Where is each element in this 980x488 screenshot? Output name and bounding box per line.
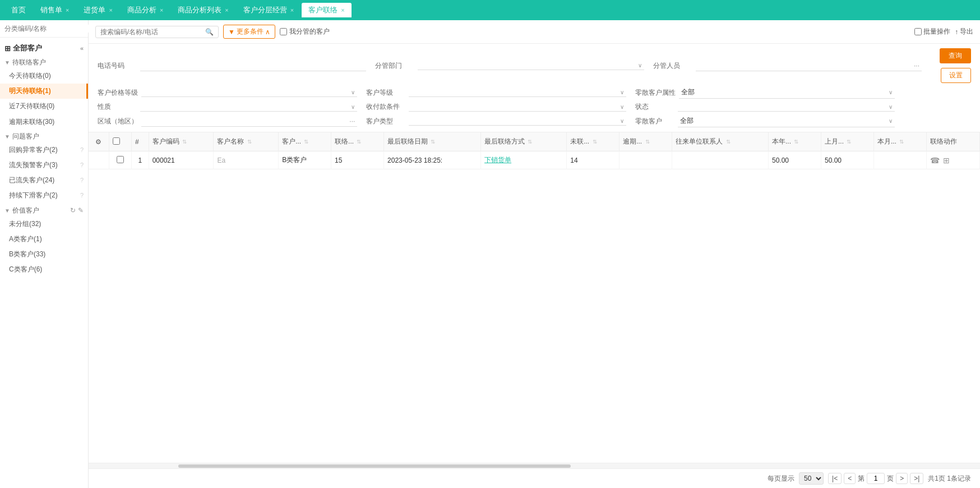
filter-customer-type-select[interactable]: ∨	[409, 117, 626, 126]
filter-region-select[interactable]: ···	[141, 116, 357, 127]
sidebar-item-tomorrow-contact[interactable]: 明天待联络(1)	[0, 84, 88, 99]
table-footer: 每页显示 50 |< < 第 页 > >| 共1页 1条记录	[89, 468, 980, 488]
select-all-checkbox[interactable]	[113, 137, 120, 145]
filter-price-level-select[interactable]: ∨	[141, 88, 357, 97]
table-area: ⚙ # 客户编码 ⇅ 客户名称 ⇅	[89, 132, 980, 463]
sidebar-item-overdue-contact[interactable]: 逾期未联络(30)	[0, 114, 88, 130]
sidebar-item-ungrouped[interactable]: 未分组(32)	[0, 217, 88, 232]
help-icon-3: ?	[80, 176, 84, 186]
filter-row-4: 区域（地区） ··· 客户类型 ∨ 零散客户 全部 ∨	[98, 115, 971, 127]
uncontacted-column-header[interactable]: 未联... ⇅	[567, 132, 620, 151]
filter-person-select[interactable]: ···	[696, 61, 922, 71]
department-chevron-icon: ∨	[638, 62, 642, 68]
last-month-sort-icon: ⇅	[847, 139, 851, 145]
page-number-input[interactable]	[867, 473, 885, 484]
close-product-analysis-icon[interactable]: ×	[160, 7, 163, 13]
scroll-thumb[interactable]	[178, 464, 571, 468]
nav-customer-contact[interactable]: 客户联络 ×	[302, 3, 351, 17]
filter-retail-customer-select[interactable]: 全部 ∨	[678, 115, 895, 127]
filter-payment-terms-select[interactable]: ∨	[409, 103, 626, 112]
filter-nature: 性质 ∨	[98, 102, 357, 112]
nav-product-analysis[interactable]: 商品分析 ×	[121, 3, 170, 17]
close-customer-contact-icon[interactable]: ×	[341, 7, 344, 13]
nav-purchase-order[interactable]: 进货单 ×	[77, 3, 119, 17]
sidebar-item-today-contact[interactable]: 今天待联络(0)	[0, 68, 88, 84]
sidebar-item-declining[interactable]: 持续下滑客户(2) ?	[0, 188, 88, 203]
row-overdue	[620, 151, 672, 169]
batch-checkbox[interactable]	[914, 28, 922, 35]
this-year-column-header[interactable]: 本年... ⇅	[768, 132, 821, 151]
nav-home[interactable]: 首页	[4, 3, 33, 17]
last-page-button[interactable]: >|	[910, 473, 923, 484]
unit-contact-column-header[interactable]: 往来单位联系人 ⇅	[672, 132, 769, 151]
settings-button[interactable]: 设置	[941, 68, 971, 83]
index-column-header: #	[131, 132, 149, 151]
filter-person: 分管人员 ···	[653, 61, 922, 71]
sidebar-item-repurchase-abnormal[interactable]: 回购异常客户(2) ?	[0, 142, 88, 158]
this-year-sort-icon: ⇅	[794, 139, 798, 145]
last-date-sort-icon: ⇅	[431, 139, 435, 145]
nature-chevron-icon: ∨	[351, 104, 355, 110]
retail-attr-chevron-icon: ∨	[889, 89, 893, 95]
gear-column-header[interactable]: ⚙	[89, 132, 109, 151]
export-button[interactable]: ↑ 导出	[955, 27, 973, 36]
overdue-column-header[interactable]: 逾期... ⇅	[620, 132, 672, 151]
action-column-header: 联络动作	[926, 132, 979, 151]
prev-page-button[interactable]: <	[844, 473, 856, 484]
query-button[interactable]: 查询	[940, 48, 971, 63]
sidebar-item-class-b[interactable]: B类客户(33)	[0, 247, 88, 262]
code-column-header[interactable]: 客户编码 ⇅	[149, 132, 214, 151]
next-page-button[interactable]: >	[896, 473, 908, 484]
edit-icon[interactable]: ✎	[78, 206, 84, 214]
last-contact-date-column-header[interactable]: 最后联络日期 ⇅	[384, 132, 481, 151]
filter-department-select[interactable]: ∨	[418, 61, 644, 70]
my-customers-checkbox[interactable]	[280, 28, 287, 35]
nav-product-analysis-list[interactable]: 商品分析列表 ×	[171, 3, 235, 17]
type-column-header[interactable]: 客户... ⇅	[279, 132, 331, 151]
checkbox-column-header	[109, 132, 131, 151]
sidebar-all-customers-header[interactable]: ⊞ 全部客户 «	[0, 41, 88, 56]
row-gear-cell	[89, 151, 109, 169]
phone-action-icon[interactable]: ☎	[930, 156, 940, 165]
contacts-column-header[interactable]: 联络... ⇅	[331, 132, 384, 151]
refresh-icon[interactable]: ↻	[70, 206, 76, 214]
filter-customer-level-select[interactable]: ∨	[409, 88, 626, 97]
filter-retail-attr-select[interactable]: 全部 ∨	[679, 86, 895, 99]
last-contact-method-column-header[interactable]: 最后联络方式 ⇅	[481, 132, 567, 151]
table-header-row: ⚙ # 客户编码 ⇅ 客户名称 ⇅	[89, 132, 980, 151]
payment-terms-chevron-icon: ∨	[620, 104, 624, 110]
last-month-column-header[interactable]: 上月... ⇅	[821, 132, 873, 151]
search-input[interactable]	[100, 28, 203, 36]
sidebar-collapse-icon[interactable]: «	[80, 45, 84, 52]
nav-customer-segmentation[interactable]: 客户分层经营 ×	[237, 3, 301, 17]
row-last-month: 50.00	[821, 151, 873, 169]
sidebar-item-class-a[interactable]: A类客户(1)	[0, 232, 88, 247]
sidebar-item-churned[interactable]: 已流失客户(24) ?	[0, 173, 88, 188]
this-month-column-header[interactable]: 本月... ⇅	[873, 132, 926, 151]
filter-status-select[interactable]: ∨	[678, 103, 895, 112]
per-page-select[interactable]: 50	[799, 472, 824, 485]
triangle-down-icon: ▼	[4, 59, 10, 66]
sidebar-item-7days-contact[interactable]: 近7天待联络(0)	[0, 99, 88, 114]
last-contact-method-link[interactable]: 下销货单	[484, 156, 511, 164]
batch-operations-button[interactable]: 批量操作	[914, 27, 950, 36]
close-customer-segmentation-icon[interactable]: ×	[290, 7, 294, 13]
nav-sales-order[interactable]: 销售单 ×	[34, 3, 76, 17]
row-this-month	[873, 151, 926, 169]
filter-phone-input[interactable]	[140, 61, 366, 71]
close-product-analysis-list-icon[interactable]: ×	[225, 7, 228, 13]
horizontal-scrollbar[interactable]	[89, 463, 980, 468]
first-page-button[interactable]: |<	[828, 473, 842, 484]
row-checkbox[interactable]	[117, 156, 124, 163]
more-filters-button[interactable]: ▼ 更多条件 ∧	[223, 25, 275, 39]
uncontacted-sort-icon: ⇅	[593, 139, 597, 145]
close-sales-order-icon[interactable]: ×	[66, 7, 69, 13]
sidebar-item-class-c[interactable]: C类客户(6)	[0, 262, 88, 277]
sidebar-item-churn-warning[interactable]: 流失预警客户(3) ?	[0, 158, 88, 173]
sidebar-search-input[interactable]	[4, 25, 89, 33]
grid-action-icon[interactable]: ⊞	[943, 156, 950, 165]
filter-nature-select[interactable]: ∨	[140, 103, 357, 112]
name-column-header[interactable]: 客户名称 ⇅	[214, 132, 279, 151]
main-search-icon[interactable]: 🔍	[205, 28, 214, 36]
close-purchase-order-icon[interactable]: ×	[109, 7, 112, 13]
